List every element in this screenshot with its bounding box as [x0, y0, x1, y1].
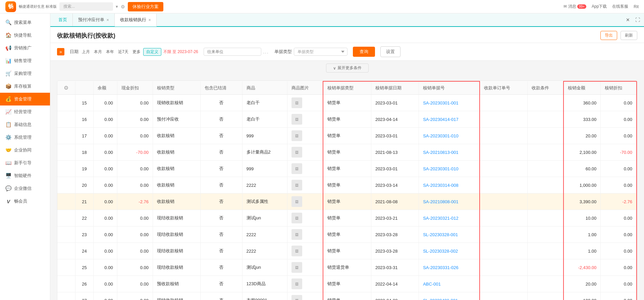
sidebar-item-business[interactable]: 📈 经营管理 [0, 105, 50, 118]
industry-solution-button[interactable]: 休验行业方案 [128, 2, 163, 11]
chevron-down-icon: ▾ [116, 4, 118, 9]
td-cancel-amount: 333.00 [564, 111, 601, 128]
tab-prepay-close[interactable]: ✕ [106, 18, 109, 22]
sidebar-item-marketing[interactable]: 📢 营销推广 [0, 42, 50, 54]
td-settings [57, 292, 75, 300]
td-receipt-order-no [480, 144, 528, 161]
sidebar-item-label: 企业微信 [14, 185, 32, 191]
td-goods: 多计量商品2 [242, 144, 287, 161]
td-bill-date: 2021-08-08 [371, 194, 419, 210]
filter-expand-button[interactable]: » [57, 48, 64, 55]
column-settings-button[interactable]: ⚙ [64, 85, 68, 91]
td-bill-no[interactable]: SA-20230414-017 [419, 111, 480, 128]
td-bill-no[interactable]: SA-20230331-026 [419, 259, 480, 276]
td-bill-type: 销货单 [323, 177, 371, 194]
td-bill-date: 2023-03-21 [371, 210, 419, 226]
sidebar-item-finance[interactable]: 💰 资金管理 [0, 93, 50, 105]
filter-bill-type-select[interactable]: 单据类型 [294, 48, 347, 56]
sidebar-item-wechat[interactable]: 💬 企业微信 [0, 182, 50, 195]
td-bill-type: 销货单 [323, 292, 371, 300]
td-bill-type: 销货单 [323, 276, 371, 292]
filter-date-this-month[interactable]: 本月 [93, 48, 103, 56]
refresh-button[interactable]: 刷新 [621, 31, 637, 40]
td-bill-date: 2023-03-28 [371, 226, 419, 243]
sidebar-item-system[interactable]: ⚙️ 系统管理 [0, 131, 50, 144]
filter-date-last-month[interactable]: 上月 [80, 48, 91, 56]
td-settings [57, 276, 75, 292]
sidebar-item-label: 采购管理 [14, 71, 32, 77]
th-included-settled: 包含已结清 [201, 81, 242, 95]
td-bill-type: 销货单 [323, 210, 371, 226]
td-cash-discount: 0.00 [117, 226, 153, 243]
sidebar-item-purchase[interactable]: 🛒 采购管理 [0, 67, 50, 80]
gear-icon[interactable]: ⚙ [121, 4, 125, 9]
sidebar-item-label: 资金管理 [14, 96, 32, 102]
sidebar-item-search[interactable]: 🔍 搜索菜单 [0, 16, 50, 29]
tab-home[interactable]: 首页 [53, 13, 73, 26]
td-bill-no[interactable]: SL-20230328-002 [419, 243, 480, 259]
tab-collection-close[interactable]: ✕ [148, 18, 151, 22]
filter-date-more[interactable]: 更多 [131, 48, 142, 56]
tab-prepay[interactable]: 预付冲应付单 ✕ [73, 13, 115, 26]
td-included-settled: 否 [201, 259, 242, 276]
tab-close-button[interactable]: ✕ [625, 16, 631, 24]
th-cash-discount: 现金折扣 [117, 81, 153, 95]
td-bill-no[interactable]: SL-20230328-001 [419, 226, 480, 243]
sidebar-item-member[interactable]: V 畅会员 [0, 195, 50, 208]
td-receipt-order-no [480, 259, 528, 276]
expand-more-button[interactable]: ∨ 展开更多条件 [326, 63, 369, 73]
td-receipt-order-no [480, 226, 528, 243]
filter-date-7days[interactable]: 近7天 [117, 48, 130, 56]
td-bill-date: 2023-04-14 [371, 111, 419, 128]
td-balance: 0.00 [94, 177, 117, 194]
sidebar-item-hardware[interactable]: 🖥️ 智能硬件 [0, 169, 50, 182]
filter-date-custom[interactable]: 自定义 [143, 48, 161, 56]
sidebar-item-basic[interactable]: 📋 基础信息 [0, 118, 50, 131]
message-icon[interactable]: ✉ 消息 99+ [564, 4, 586, 9]
guide-icon: 📖 [5, 160, 11, 166]
sidebar-item-label: 库存核算 [14, 83, 32, 89]
tab-collection[interactable]: 收款核销执行 ✕ [115, 14, 157, 27]
table-header-row: ⚙ 余额 现金折扣 核销类型 包含已结清 商品 商品图片 核销单据类型 核销 [57, 81, 637, 95]
td-balance: 0.00 [94, 128, 117, 144]
sidebar-item-inventory[interactable]: 📦 库存核算 [0, 80, 50, 93]
td-type: 现结收款核销 [153, 226, 200, 243]
td-bill-no[interactable]: SA-20210808-001 [419, 194, 480, 210]
td-bill-no[interactable]: SA-20230301-010 [419, 128, 480, 144]
user-name[interactable]: Rit [634, 4, 639, 9]
th-cancel-amount: 核销金额 [564, 81, 601, 95]
sidebar-item-quicknav[interactable]: 🏠 快捷导航 [0, 29, 50, 42]
tab-expand-button[interactable]: ⛶ [634, 16, 641, 24]
top-search-box[interactable]: 搜索... [59, 2, 113, 11]
query-button[interactable]: 查询 [353, 47, 375, 57]
td-bill-no[interactable]: SA-20210813-001 [419, 144, 480, 161]
filter-from-input[interactable] [204, 48, 261, 56]
td-bill-no[interactable]: SA-20230301-001 [419, 95, 480, 111]
sidebar-item-label: 营销推广 [14, 45, 32, 51]
sidebar-item-sales[interactable]: 📊 销售管理 [0, 54, 50, 67]
td-included-settled: 否 [201, 243, 242, 259]
app-download-link[interactable]: App下载 [592, 4, 607, 9]
td-included-settled: 否 [201, 128, 242, 144]
sidebar-item-enterprise[interactable]: 🤝 企业协同 [0, 144, 50, 157]
settings-button[interactable]: 设置 [380, 46, 400, 57]
td-bill-no[interactable]: SA-20230314-008 [419, 177, 480, 194]
filter-dots: ... [263, 49, 269, 54]
th-cancel-discount: 核销折扣 [601, 81, 637, 95]
table-row: 180.00-70.00收款核销否多计量商品2🖼销货单2021-08-13SA-… [57, 144, 637, 161]
filter-date-this-year[interactable]: 本年 [105, 48, 115, 56]
td-bill-no[interactable]: SL-20230408-001 [419, 292, 480, 300]
th-bill-type: 核销单据类型 [323, 81, 371, 95]
td-receipt-condition [528, 243, 564, 259]
online-service-link[interactable]: 在线客服 [612, 4, 628, 9]
td-bill-no[interactable]: SA-20230321-012 [419, 210, 480, 226]
td-row-num: 19 [75, 161, 94, 177]
td-bill-no[interactable]: ABC-001 [419, 276, 480, 292]
table-row: 210.00-2.76收款核销否测试多属性🖼销货单2021-08-08SA-20… [57, 194, 637, 210]
sidebar-item-guide[interactable]: 📖 新手引导 [0, 157, 50, 169]
export-button[interactable]: 导出 [600, 31, 617, 40]
sidebar-item-label: 系统管理 [14, 134, 32, 140]
td-row-num: 18 [75, 144, 94, 161]
td-goods: 2222 [242, 226, 287, 243]
td-bill-no[interactable]: SA-20230301-010 [419, 161, 480, 177]
